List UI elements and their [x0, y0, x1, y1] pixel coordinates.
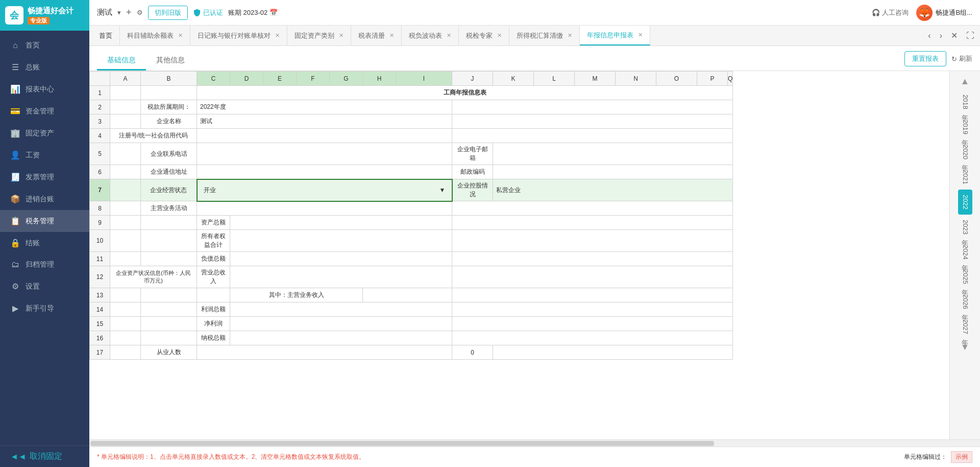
- cell-4-J[interactable]: [452, 129, 733, 143]
- tab-tax-wave-close[interactable]: ✕: [447, 32, 451, 39]
- tab-tax-table-close[interactable]: ✕: [389, 32, 394, 39]
- cell-11-D[interactable]: [230, 252, 452, 266]
- cell-14-A[interactable]: [110, 302, 141, 317]
- year-item-2023[interactable]: 2023年: [958, 215, 972, 240]
- tab-income-tax[interactable]: 所得税汇算清缴 ✕: [509, 26, 580, 45]
- cell-5-C[interactable]: [197, 143, 452, 165]
- cell-6-A[interactable]: [110, 165, 141, 179]
- calendar-icon[interactable]: 📅: [270, 9, 278, 16]
- tab-assets-type[interactable]: 固定资产类别 ✕: [287, 26, 351, 45]
- tab-annual-report[interactable]: 年报信息申报表 ✕: [580, 26, 650, 45]
- cell-12-D[interactable]: [230, 266, 452, 288]
- cell-10-A[interactable]: [110, 230, 141, 252]
- reset-button[interactable]: 重置报表: [904, 51, 946, 66]
- sidebar-item-invoice[interactable]: 🧾 发票管理: [0, 166, 89, 188]
- cell-9-C[interactable]: 资产总额: [197, 216, 230, 230]
- switch-old-button[interactable]: 切到旧版: [148, 6, 188, 20]
- cell-1-title[interactable]: 工商年报信息表: [197, 86, 733, 100]
- cell-7-C-dropdown[interactable]: 开业 ▼: [197, 179, 452, 201]
- year-panel-down[interactable]: ▼: [958, 339, 972, 355]
- sidebar-item-cashflow[interactable]: 💳 资金管理: [0, 100, 89, 122]
- cell-16-D[interactable]: [230, 331, 452, 345]
- tab-tax-check-close[interactable]: ✕: [497, 32, 502, 39]
- cell-13-H[interactable]: [363, 288, 452, 302]
- cell-15-A[interactable]: [110, 317, 141, 331]
- cell-9-A[interactable]: [110, 216, 141, 230]
- year-item-2026[interactable]: 2026年: [958, 289, 972, 314]
- sidebar-item-assets[interactable]: 🏢 固定资产: [0, 122, 89, 144]
- cell-8-J[interactable]: [452, 201, 733, 216]
- cell-11-A[interactable]: [110, 252, 141, 266]
- dropdown-arrow-icon[interactable]: ▾: [117, 9, 121, 16]
- cell-2-A[interactable]: [110, 100, 141, 114]
- cell-6-J[interactable]: 邮政编码: [452, 165, 493, 179]
- sidebar-item-home[interactable]: ⌂ 首页: [0, 35, 89, 56]
- cell-8-C[interactable]: [197, 201, 452, 216]
- cell-5-J[interactable]: 企业电子邮箱: [452, 143, 493, 165]
- scrollbar-thumb[interactable]: [90, 441, 714, 446]
- tab-income-tax-close[interactable]: ✕: [568, 32, 572, 39]
- tab-tax-table[interactable]: 税表清册 ✕: [351, 26, 402, 45]
- cell-2-B[interactable]: 税款所属期间：: [141, 100, 197, 114]
- user-menu[interactable]: 🦊 畅捷通B组...: [916, 5, 972, 21]
- cell-17-J[interactable]: 0: [452, 345, 493, 360]
- tab-prev-button[interactable]: ‹: [925, 29, 934, 42]
- cell-12-J[interactable]: [452, 266, 733, 288]
- tab-aux[interactable]: 科目辅助余额表 ✕: [120, 26, 190, 45]
- cell-5-K[interactable]: [493, 143, 733, 165]
- cell-13-J[interactable]: [452, 288, 733, 302]
- cell-17-B[interactable]: 从业人数: [141, 345, 197, 360]
- sidebar-item-settings[interactable]: ⚙ 设置: [0, 275, 89, 297]
- cell-3-J[interactable]: [452, 114, 733, 129]
- sidebar-item-inventory[interactable]: 📦 进销台账: [0, 188, 89, 210]
- cell-14-D[interactable]: [230, 302, 452, 317]
- year-item-2021[interactable]: 2021年: [958, 165, 972, 190]
- sidebar-item-ledger[interactable]: ☰ 总账: [0, 56, 89, 78]
- cell-6-K[interactable]: [493, 165, 733, 179]
- cell-7-A[interactable]: [110, 179, 141, 201]
- cell-12-AB[interactable]: 企业资产状况信息(币种：人民币万元): [110, 266, 197, 288]
- cell-14-J[interactable]: [452, 302, 733, 317]
- tab-aux-close[interactable]: ✕: [178, 32, 183, 39]
- cell-8-A[interactable]: [110, 201, 141, 216]
- cell-4-AB[interactable]: 注册号/统一社会信用代码: [110, 129, 197, 143]
- add-icon[interactable]: +: [126, 7, 132, 18]
- sidebar-item-tax[interactable]: 📋 税务管理: [0, 210, 89, 232]
- tab-tax-wave[interactable]: 税负波动表 ✕: [402, 26, 459, 45]
- tab-journal[interactable]: 日记账与银行对账单核对 ✕: [190, 26, 287, 45]
- cell-4-C[interactable]: [197, 129, 452, 143]
- cell-8-B[interactable]: 主营业务活动: [141, 201, 197, 216]
- cell-9-B[interactable]: [141, 216, 197, 230]
- tab-next-button[interactable]: ›: [937, 29, 945, 42]
- tab-expand-button[interactable]: ⛶: [963, 29, 977, 42]
- cell-2-J[interactable]: [452, 100, 733, 114]
- sidebar-item-archive[interactable]: 🗂 归档管理: [0, 254, 89, 275]
- cell-3-C[interactable]: 测试: [197, 114, 452, 129]
- cell-2-C[interactable]: 2022年度: [197, 100, 452, 114]
- cell-10-J[interactable]: [452, 230, 733, 252]
- cell-11-C[interactable]: 负债总额: [197, 252, 230, 266]
- year-item-2022[interactable]: 2022年: [958, 190, 972, 215]
- cell-13-D[interactable]: 其中：主营业务收入: [230, 288, 363, 302]
- cell-17-C[interactable]: [197, 345, 452, 360]
- cell-3-A[interactable]: [110, 114, 141, 129]
- tab-home[interactable]: 首页: [92, 26, 120, 45]
- cell-14-B[interactable]: [141, 302, 197, 317]
- refresh-button[interactable]: ↻ 刷新: [951, 54, 972, 63]
- cell-13-B[interactable]: [141, 288, 197, 302]
- cell-5-A[interactable]: [110, 143, 141, 165]
- year-item-2027[interactable]: 2027年: [958, 314, 972, 339]
- cell-12-C[interactable]: 营业总收入: [197, 266, 230, 288]
- cell-10-D[interactable]: [230, 230, 452, 252]
- year-item-2019[interactable]: 2019年: [958, 114, 972, 139]
- cell-14-C[interactable]: 利润总额: [197, 302, 230, 317]
- subtab-other[interactable]: 其他信息: [146, 52, 195, 71]
- cell-1-A[interactable]: [110, 86, 141, 100]
- cell-16-A[interactable]: [110, 331, 141, 345]
- cell-9-D[interactable]: [230, 216, 452, 230]
- tab-close-button[interactable]: ✕: [948, 29, 961, 42]
- cell-6-B[interactable]: 企业通信地址: [141, 165, 197, 179]
- year-item-2020[interactable]: 2020年: [958, 139, 972, 165]
- year-item-2025[interactable]: 2025年: [958, 264, 972, 289]
- cell-16-C[interactable]: 纳税总额: [197, 331, 230, 345]
